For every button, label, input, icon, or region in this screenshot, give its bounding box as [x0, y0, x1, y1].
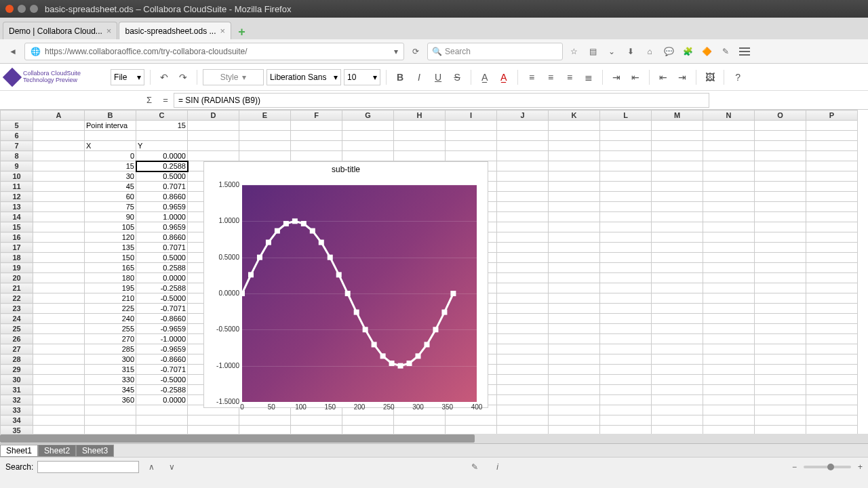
- cell-L6[interactable]: [600, 131, 652, 141]
- zoom-controls[interactable]: − +: [792, 462, 863, 472]
- cell-C16[interactable]: 0.8660: [136, 232, 188, 243]
- cell-L7[interactable]: [600, 141, 652, 151]
- col-header[interactable]: E: [239, 110, 291, 121]
- cell-M7[interactable]: [652, 141, 703, 151]
- row-header[interactable]: 15: [1, 222, 33, 232]
- cell-O29[interactable]: [755, 365, 806, 375]
- cell-K6[interactable]: [549, 131, 600, 141]
- cell-A18[interactable]: [33, 253, 85, 263]
- cell-N33[interactable]: [703, 405, 755, 415]
- cell-C13[interactable]: 0.9659: [136, 202, 188, 212]
- cell-M33[interactable]: [652, 405, 703, 415]
- cell-L11[interactable]: [600, 182, 652, 192]
- row-header[interactable]: 20: [1, 273, 33, 283]
- cell-C14[interactable]: 1.0000: [136, 212, 188, 222]
- cell-L34[interactable]: [600, 415, 652, 426]
- cell-P19[interactable]: [806, 263, 858, 273]
- cell-M16[interactable]: [652, 232, 703, 243]
- cell-C20[interactable]: 0.0000: [136, 273, 188, 283]
- cell-B24[interactable]: 240: [85, 314, 136, 324]
- cell-A30[interactable]: [33, 375, 85, 385]
- cell-P34[interactable]: [806, 415, 858, 426]
- col-header[interactable]: B: [85, 110, 136, 121]
- sheet-tab[interactable]: Sheet1: [0, 445, 38, 457]
- increase-indent-button[interactable]: ⇥: [674, 69, 690, 85]
- col-header[interactable]: F: [291, 110, 342, 121]
- cell-J6[interactable]: [497, 131, 549, 141]
- cell-E6[interactable]: [239, 131, 291, 141]
- cell-L27[interactable]: [600, 344, 652, 354]
- cell-C11[interactable]: 0.7071: [136, 182, 188, 192]
- cell-C15[interactable]: 0.9659: [136, 222, 188, 232]
- cell-J17[interactable]: [497, 243, 549, 253]
- row-header[interactable]: 34: [1, 415, 33, 426]
- cell-N20[interactable]: [703, 273, 755, 283]
- cell-O19[interactable]: [755, 263, 806, 273]
- picker-icon[interactable]: ✎: [717, 43, 734, 60]
- sheet-tab[interactable]: Sheet2: [38, 445, 76, 457]
- cell-O25[interactable]: [755, 324, 806, 334]
- cell-N32[interactable]: [703, 395, 755, 405]
- cell-B12[interactable]: 60: [85, 192, 136, 202]
- cell-L26[interactable]: [600, 334, 652, 344]
- col-header[interactable]: H: [394, 110, 446, 121]
- cell-J27[interactable]: [497, 344, 549, 354]
- col-header[interactable]: K: [549, 110, 600, 121]
- cell-J21[interactable]: [497, 283, 549, 293]
- cell-L29[interactable]: [600, 365, 652, 375]
- font-color-button[interactable]: A̲: [477, 69, 493, 85]
- cell-J30[interactable]: [497, 375, 549, 385]
- insert-image-button[interactable]: 🖼: [702, 69, 718, 85]
- cell-N15[interactable]: [703, 222, 755, 232]
- cell-O33[interactable]: [755, 405, 806, 415]
- font-select[interactable]: Liberation Sans ▾: [267, 69, 341, 85]
- cell-N8[interactable]: [703, 151, 755, 161]
- cell-O9[interactable]: [755, 161, 806, 171]
- cell-P29[interactable]: [806, 365, 858, 375]
- cell-A27[interactable]: [33, 344, 85, 354]
- cell-C9[interactable]: 0.2588: [136, 161, 188, 171]
- apps-colored-icon[interactable]: 🔶: [698, 43, 715, 60]
- align-center-button[interactable]: ≡: [542, 69, 559, 85]
- cell-O13[interactable]: [755, 202, 806, 212]
- wrap-text-button[interactable]: ⇥: [608, 69, 625, 85]
- cell-M8[interactable]: [652, 151, 703, 161]
- col-header[interactable]: D: [188, 110, 239, 121]
- row-header[interactable]: 11: [1, 182, 33, 192]
- cell-P13[interactable]: [806, 202, 858, 212]
- cell-C33[interactable]: [136, 405, 188, 415]
- cell-A9[interactable]: [33, 161, 85, 171]
- cell-E34[interactable]: [239, 415, 291, 426]
- cell-J16[interactable]: [497, 232, 549, 243]
- cell-P10[interactable]: [806, 171, 858, 182]
- cell-N13[interactable]: [703, 202, 755, 212]
- col-header[interactable]: O: [755, 110, 806, 121]
- cell-O12[interactable]: [755, 192, 806, 202]
- cell-C31[interactable]: -0.2588: [136, 385, 188, 395]
- highlight-button[interactable]: A̲: [496, 69, 512, 85]
- cell-D5[interactable]: [188, 121, 239, 131]
- zoom-in-button[interactable]: +: [858, 462, 863, 472]
- cell-L30[interactable]: [600, 375, 652, 385]
- cell-M12[interactable]: [652, 192, 703, 202]
- formula-input[interactable]: = SIN (RADIANS (B9)): [174, 93, 709, 108]
- window-close-button[interactable]: [5, 5, 14, 13]
- cell-K18[interactable]: [549, 253, 600, 263]
- col-header[interactable]: L: [600, 110, 652, 121]
- cell-B21[interactable]: 195: [85, 283, 136, 293]
- row-header[interactable]: 14: [1, 212, 33, 222]
- row-header[interactable]: 6: [1, 131, 33, 141]
- cell-E7[interactable]: [239, 141, 291, 151]
- cell-P21[interactable]: [806, 283, 858, 293]
- align-right-button[interactable]: ≡: [561, 69, 578, 85]
- cell-B13[interactable]: 75: [85, 202, 136, 212]
- cell-K33[interactable]: [549, 405, 600, 415]
- sheet-tab[interactable]: Sheet3: [76, 445, 114, 457]
- col-header[interactable]: A: [33, 110, 85, 121]
- row-header[interactable]: 18: [1, 253, 33, 263]
- cell-N12[interactable]: [703, 192, 755, 202]
- cell-A8[interactable]: [33, 151, 85, 161]
- cell-A19[interactable]: [33, 263, 85, 273]
- cell-A5[interactable]: [33, 121, 85, 131]
- cell-H8[interactable]: [394, 151, 446, 161]
